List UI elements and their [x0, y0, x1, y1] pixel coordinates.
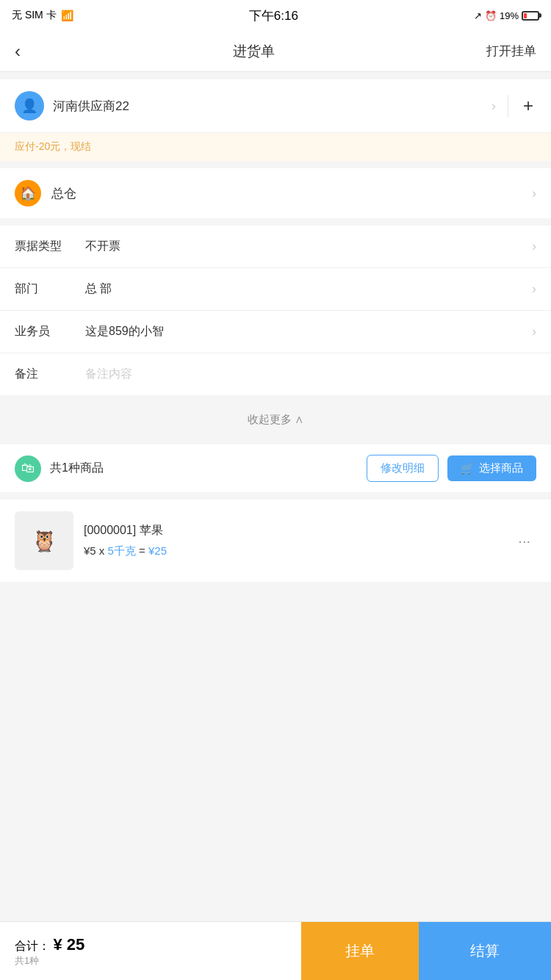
product-qty: 5千克	[108, 544, 136, 557]
select-product-label: 选择商品	[479, 461, 523, 475]
dept-row[interactable]: 部门 总 部 ›	[0, 268, 551, 311]
dept-value: 总 部	[73, 281, 532, 297]
supplier-avatar: 👤	[15, 91, 44, 120]
warehouse-row[interactable]: 🏠 总仓 ›	[0, 168, 551, 218]
supplier-chevron-icon: ›	[491, 98, 496, 114]
warehouse-chevron-icon: ›	[532, 186, 536, 201]
open-hang-button[interactable]: 打开挂单	[486, 43, 536, 60]
salesperson-chevron-icon: ›	[532, 324, 536, 339]
separator-top	[0, 72, 551, 79]
status-time: 下午6:16	[249, 7, 298, 24]
product-total: ¥25	[148, 544, 167, 557]
back-button[interactable]: ‹	[15, 41, 21, 62]
nav-bar: ‹ 进货单 打开挂单	[0, 31, 551, 72]
notice-bar: 应付-20元，现结	[0, 133, 551, 161]
product-more-button[interactable]: ···	[512, 530, 536, 552]
collapse-label: 收起更多 ∧	[248, 413, 303, 425]
bottom-total: 合计： ¥ 25 共1种	[0, 922, 301, 980]
notice-text: 应付-20元，现结	[15, 140, 91, 152]
battery-icon	[522, 11, 539, 21]
salesperson-value: 这是859的小智	[73, 324, 532, 339]
invoice-row[interactable]: 票据类型 不开票 ›	[0, 226, 551, 268]
total-row: 合计： ¥ 25	[15, 935, 287, 954]
bottom-bar: 合计： ¥ 25 共1种 挂单 结算	[0, 921, 551, 980]
warehouse-icon-symbol: 🏠	[20, 185, 36, 201]
product-thumbnail: 🦉	[15, 511, 73, 570]
status-left: 无 SIM 卡 📶	[12, 9, 73, 22]
total-amount: ¥ 25	[53, 935, 84, 954]
remark-label: 备注	[15, 367, 73, 382]
dept-label: 部门	[15, 281, 73, 297]
invoice-label: 票据类型	[15, 239, 73, 254]
product-toolbar-icon: 🛍	[15, 455, 41, 482]
status-bar: 无 SIM 卡 📶 下午6:16 ↗ ⏰ 19%	[0, 0, 551, 31]
product-toolbar-card: 🛍 共1种商品 修改明细 🛒 选择商品	[0, 444, 551, 492]
wifi-icon: 📶	[61, 10, 73, 21]
select-product-icon: 🛒	[461, 462, 475, 475]
page-title: 进货单	[233, 42, 275, 61]
product-bag-icon: 🛍	[21, 461, 35, 476]
collapse-bar[interactable]: 收起更多 ∧	[0, 403, 551, 437]
supplier-name: 河南供应商22	[53, 98, 491, 115]
status-right: ↗ ⏰ 19%	[474, 10, 539, 21]
add-button[interactable]: +	[520, 96, 536, 116]
checkout-button[interactable]: 结算	[419, 922, 551, 980]
location-icon: ↗	[474, 10, 482, 21]
product-code: [0000001] 苹果	[84, 524, 163, 536]
supplier-row[interactable]: 👤 河南供应商22 › +	[0, 79, 551, 133]
price-equals: =	[136, 544, 148, 557]
remark-row[interactable]: 备注 备注内容	[0, 353, 551, 395]
sim-label: 无 SIM 卡	[12, 9, 57, 22]
supplier-divider	[508, 95, 508, 117]
hang-button[interactable]: 挂单	[301, 922, 419, 980]
product-count-label: 共1种商品	[50, 461, 358, 476]
remark-input[interactable]: 备注内容	[73, 367, 536, 382]
alarm-icon: ⏰	[485, 10, 497, 21]
product-thumb-icon: 🦉	[32, 529, 57, 553]
total-label: 合计：	[15, 940, 50, 952]
edit-detail-button[interactable]: 修改明细	[367, 455, 439, 482]
select-product-button[interactable]: 🛒 选择商品	[447, 455, 536, 481]
product-toolbar: 🛍 共1种商品 修改明细 🛒 选择商品	[0, 444, 551, 492]
supplier-card: 👤 河南供应商22 › + 应付-20元，现结	[0, 79, 551, 161]
invoice-chevron-icon: ›	[532, 239, 536, 254]
battery-percent: 19%	[500, 10, 519, 21]
salesperson-row[interactable]: 业务员 这是859的小智 ›	[0, 311, 551, 353]
warehouse-card: 🏠 总仓 ›	[0, 168, 551, 218]
form-card: 票据类型 不开票 › 部门 总 部 › 业务员 这是859的小智 › 备注 备注…	[0, 226, 551, 395]
content: 👤 河南供应商22 › + 应付-20元，现结 🏠 总仓 › 票据类型 不开票 …	[0, 72, 551, 648]
warehouse-name: 总仓	[51, 185, 532, 202]
invoice-value: 不开票	[73, 239, 532, 254]
product-name: [0000001] 苹果	[84, 523, 502, 538]
dept-chevron-icon: ›	[532, 281, 536, 297]
product-price: ¥5 x 5千克 = ¥25	[84, 544, 502, 558]
salesperson-label: 业务员	[15, 324, 73, 339]
total-count: 共1种	[15, 954, 287, 968]
price-unit: ¥5 x	[84, 544, 108, 557]
product-item: 🦉 [0000001] 苹果 ¥5 x 5千克 = ¥25 ···	[0, 500, 551, 582]
bottom-spacer	[0, 582, 551, 648]
avatar-icon: 👤	[21, 98, 37, 114]
warehouse-icon: 🏠	[15, 180, 41, 206]
product-info: [0000001] 苹果 ¥5 x 5千克 = ¥25	[84, 523, 502, 558]
